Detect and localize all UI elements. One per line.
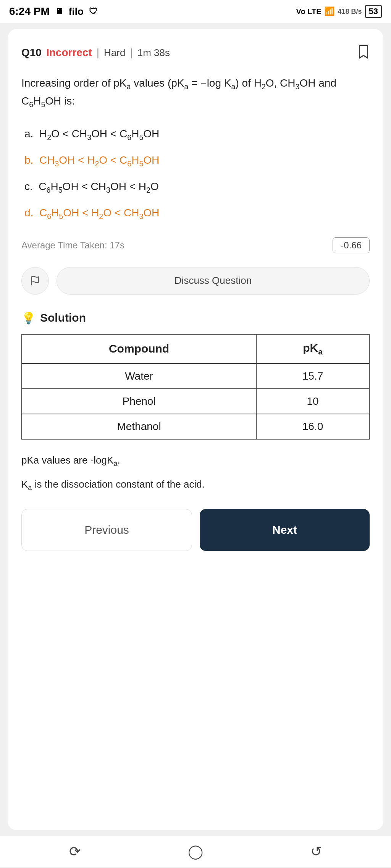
table-cell-water-name: Water — [22, 364, 256, 389]
bottom-bar: ⟳ ◯ ↺ — [0, 836, 391, 867]
status-battery: 53 — [365, 5, 382, 18]
question-meta: Q10 Incorrect | Hard | 1m 38s — [21, 47, 170, 59]
bookmark-button[interactable] — [357, 44, 370, 61]
status-time: 6:24 PM — [9, 5, 50, 18]
lightbulb-icon: 💡 — [21, 311, 36, 325]
table-cell-phenol-pka: 10 — [256, 389, 369, 414]
status-signal-bars: 📶 — [324, 6, 334, 16]
refresh-icon[interactable]: ⟳ — [69, 844, 81, 860]
table-cell-methanol-name: Methanol — [22, 414, 256, 439]
avg-time-row: Average Time Taken: 17s -0.66 — [21, 237, 370, 253]
main-card: Q10 Incorrect | Hard | 1m 38s Increasing… — [8, 29, 383, 830]
table-row: Methanol 16.0 — [22, 414, 369, 439]
option-d[interactable]: d. C6H5OH < H2O < CH3OH — [21, 205, 370, 222]
separator-2: | — [130, 47, 132, 59]
status-vo-lte: Vo LTE — [296, 7, 322, 16]
table-row: Water 15.7 — [22, 364, 369, 389]
question-difficulty: Hard — [104, 47, 125, 59]
question-text: Increasing order of pKa values (pKa = −l… — [21, 75, 370, 111]
status-left: 6:24 PM 🖥 filo 🛡 — [9, 5, 97, 18]
solution-text-2: Ka is the dissociation constant of the a… — [21, 476, 370, 494]
status-app-icon: 🖥 — [55, 6, 63, 16]
solution-text-1: pKa values are -logKa. — [21, 452, 370, 470]
flag-button[interactable] — [21, 267, 49, 295]
status-bar: 6:24 PM 🖥 filo 🛡 Vo LTE 📶 418 B/s 53 — [0, 0, 391, 23]
action-row: Discuss Question — [21, 267, 370, 295]
table-header-compound: Compound — [22, 334, 256, 364]
status-right: Vo LTE 📶 418 B/s 53 — [296, 5, 382, 18]
question-time-taken: 1m 38s — [137, 47, 170, 59]
solution-header: 💡 Solution — [21, 311, 370, 325]
previous-button[interactable]: Previous — [21, 509, 192, 551]
question-number: Q10 — [21, 47, 42, 59]
table-cell-phenol-name: Phenol — [22, 389, 256, 414]
table-header-pka: pKa — [256, 334, 369, 364]
status-app-name: filo — [69, 6, 84, 18]
table-cell-methanol-pka: 16.0 — [256, 414, 369, 439]
options-list: a. H2O < CH3OH < C6H5OH b. CH3OH < H2O <… — [21, 126, 370, 222]
question-header: Q10 Incorrect | Hard | 1m 38s — [21, 44, 370, 61]
option-b[interactable]: b. CH3OH < H2O < C6H5OH — [21, 152, 370, 169]
option-a[interactable]: a. H2O < CH3OH < C6H5OH — [21, 126, 370, 143]
score-badge: -0.66 — [333, 237, 370, 253]
home-icon[interactable]: ◯ — [188, 844, 203, 860]
status-shield-icon: 🛡 — [89, 6, 97, 16]
avg-time-label: Average Time Taken: 17s — [21, 240, 124, 251]
option-c[interactable]: c. C6H5OH < CH3OH < H2O — [21, 179, 370, 196]
pka-table: Compound pKa Water 15.7 Phenol 10 Methan… — [21, 334, 370, 440]
status-battery-speed: 418 B/s — [338, 8, 362, 16]
table-row: Phenol 10 — [22, 389, 369, 414]
discuss-question-button[interactable]: Discuss Question — [57, 267, 370, 295]
bottom-nav: Previous Next — [21, 509, 370, 551]
separator-1: | — [97, 47, 99, 59]
back-icon[interactable]: ↺ — [310, 844, 322, 860]
table-cell-water-pka: 15.7 — [256, 364, 369, 389]
next-button[interactable]: Next — [200, 509, 370, 551]
question-status: Incorrect — [46, 47, 92, 59]
solution-title: Solution — [40, 311, 86, 324]
